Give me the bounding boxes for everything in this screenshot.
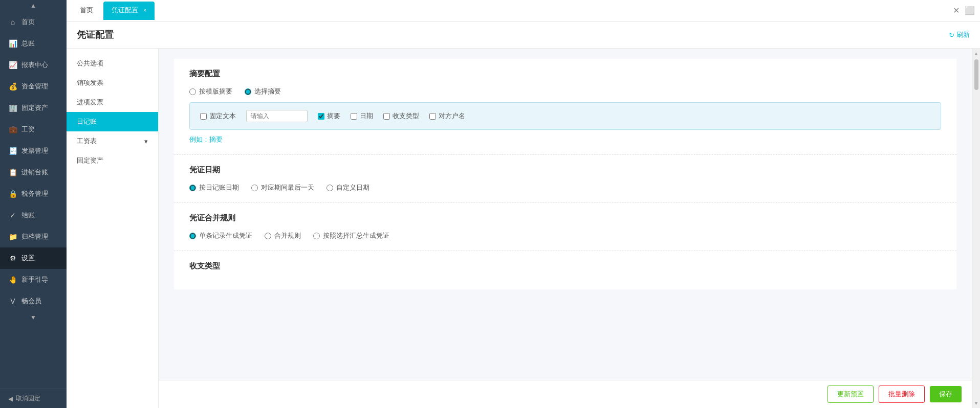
left-nav-sales-invoice[interactable]: 销项发票 xyxy=(67,73,158,93)
radio-merge-rule[interactable]: 合并规则 xyxy=(265,231,301,240)
date-radio-group: 按日记账日期 对应期间最后一天 自定义日期 xyxy=(189,183,941,192)
radio-select-total[interactable]: 按照选择汇总生成凭证 xyxy=(313,231,389,240)
sidebar-item-funds[interactable]: 💰 资金管理 xyxy=(0,76,67,97)
page-title: 凭证配置 xyxy=(77,29,114,41)
radio-single-record[interactable]: 单条记录生成凭证 xyxy=(189,231,252,240)
invoice-icon: 🧾 xyxy=(8,147,17,155)
guide-icon: 🤚 xyxy=(8,276,17,284)
sidebar-unpin-button[interactable]: ◀ 取消固定 xyxy=(0,389,67,408)
left-nav-journal[interactable]: 日记账 xyxy=(67,112,158,131)
income-type-section-title: 收支类型 xyxy=(189,261,941,271)
sidebar-item-settings[interactable]: ⚙ 设置 xyxy=(0,247,67,269)
checkbox-counterpart[interactable]: 对方户名 xyxy=(429,111,465,121)
summary-checkbox-box: 固定文本 摘要 日期 收支类型 xyxy=(189,102,941,130)
sidebar-item-reports[interactable]: 📈 报表中心 xyxy=(0,54,67,76)
radio-custom-date[interactable]: 自定义日期 xyxy=(326,183,369,192)
tab-home[interactable]: 首页 xyxy=(72,2,101,20)
left-nav: 公共选项 销项发票 进项发票 日记账 工资表 ▾ 固定资产 xyxy=(67,49,159,408)
scroll-down-arrow[interactable]: ▼ xyxy=(973,399,980,407)
sidebar: ▲ ⌂ 首页 📊 总账 📈 报表中心 💰 资金管理 🏢 固定资产 💼 工资 🧾 … xyxy=(0,0,67,408)
settings-icon: ⚙ xyxy=(8,254,17,262)
checkbox-summary[interactable]: 摘要 xyxy=(318,111,340,121)
page-header: 凭证配置 ↻ 刷新 xyxy=(67,21,980,49)
bottom-bar: 更新预置 批量删除 保存 xyxy=(159,380,972,408)
right-scrollbar[interactable]: ▲ ▼ xyxy=(972,49,980,408)
content-layout: 公共选项 销项发票 进项发票 日记账 工资表 ▾ 固定资产 xyxy=(67,49,980,408)
left-nav-fixed-assets[interactable]: 固定资产 xyxy=(67,151,158,170)
checkbox-summary-input[interactable] xyxy=(318,113,324,120)
left-nav-payroll-table[interactable]: 工资表 ▾ xyxy=(67,131,158,151)
sidebar-item-guide[interactable]: 🤚 新手引导 xyxy=(0,269,67,290)
archive-icon: 📁 xyxy=(8,233,17,241)
tax-icon: 🔒 xyxy=(8,190,17,198)
sidebar-item-fixed-assets[interactable]: 🏢 固定资产 xyxy=(0,97,67,119)
radio-select-total-input[interactable] xyxy=(313,233,320,239)
tab-bar-actions: ✕ ⬜ xyxy=(953,6,975,15)
sidebar-item-invoice-mgmt[interactable]: 🧾 发票管理 xyxy=(0,140,67,162)
radio-merge-rule-input[interactable] xyxy=(265,233,271,239)
checkbox-date-input[interactable] xyxy=(351,113,357,120)
income-type-section: 收支类型 xyxy=(174,251,956,289)
tab-voucher-config[interactable]: 凭证配置 × xyxy=(103,2,155,20)
checkbox-date[interactable]: 日期 xyxy=(351,111,373,121)
sidebar-item-archive[interactable]: 📁 归档管理 xyxy=(0,226,67,247)
sidebar-item-vip[interactable]: V 畅会员 xyxy=(0,290,67,312)
fixed-assets-icon: 🏢 xyxy=(8,104,17,112)
payroll-icon: 💼 xyxy=(8,125,17,133)
checkbox-counterpart-input[interactable] xyxy=(429,113,436,120)
summary-example: 例如：摘要 xyxy=(189,135,941,144)
main-area: 首页 凭证配置 × ✕ ⬜ 凭证配置 ↻ 刷新 公共选项 销项发票 进项 xyxy=(67,0,980,408)
sidebar-scroll-down[interactable]: ▼ xyxy=(0,312,67,323)
summary-section: 摘要配置 按模版摘要 选择摘要 xyxy=(174,59,956,155)
radio-custom-date-input[interactable] xyxy=(326,185,333,191)
tab-bar: 首页 凭证配置 × ✕ ⬜ xyxy=(67,0,980,21)
left-nav-purchase-invoice[interactable]: 进项发票 xyxy=(67,93,158,112)
sidebar-item-purchase-sales[interactable]: 📋 进销台账 xyxy=(0,162,67,183)
checkbox-income-type[interactable]: 收支类型 xyxy=(383,111,419,121)
sidebar-item-tax[interactable]: 🔒 税务管理 xyxy=(0,183,67,205)
window-close-icon[interactable]: ✕ xyxy=(953,6,960,15)
radio-last-day[interactable]: 对应期间最后一天 xyxy=(251,183,314,192)
refresh-button[interactable]: ↻ 刷新 xyxy=(949,30,970,39)
left-nav-public[interactable]: 公共选项 xyxy=(67,54,158,73)
sidebar-scroll-up[interactable]: ▲ xyxy=(0,0,67,11)
merge-radio-group: 单条记录生成凭证 合并规则 按照选择汇总生成凭证 xyxy=(189,231,941,240)
date-section-title: 凭证日期 xyxy=(189,165,941,175)
refresh-icon: ↻ xyxy=(949,31,954,39)
radio-journal-date[interactable]: 按日记账日期 xyxy=(189,183,239,192)
radio-last-day-input[interactable] xyxy=(251,185,258,191)
save-button[interactable]: 保存 xyxy=(930,386,962,402)
reports-icon: 📈 xyxy=(8,61,17,69)
unpin-icon: ◀ xyxy=(8,395,13,402)
purchase-sales-icon: 📋 xyxy=(8,168,17,176)
window-restore-icon[interactable]: ⬜ xyxy=(965,6,975,15)
batch-delete-button[interactable]: 批量删除 xyxy=(879,386,925,403)
date-section: 凭证日期 按日记账日期 对应期间最后一天 自定义日期 xyxy=(174,155,956,203)
radio-journal-date-input[interactable] xyxy=(189,185,196,191)
radio-template-summary-input[interactable] xyxy=(189,88,196,95)
tab-close-button[interactable]: × xyxy=(143,7,146,13)
closing-icon: ✓ xyxy=(8,211,17,219)
radio-select-summary[interactable]: 选择摘要 xyxy=(245,87,281,96)
checkbox-fixed-text[interactable]: 固定文本 xyxy=(200,111,236,121)
scroll-up-arrow[interactable]: ▲ xyxy=(973,50,980,57)
checkbox-income-type-input[interactable] xyxy=(383,113,390,120)
summary-radio-group: 按模版摘要 选择摘要 xyxy=(189,87,941,96)
sidebar-item-ledger[interactable]: 📊 总账 xyxy=(0,33,67,54)
checkbox-fixed-text-input[interactable] xyxy=(200,113,207,120)
funds-icon: 💰 xyxy=(8,82,17,90)
sidebar-item-closing[interactable]: ✓ 结账 xyxy=(0,205,67,226)
sidebar-item-home[interactable]: ⌂ 首页 xyxy=(0,11,67,33)
fixed-text-input[interactable] xyxy=(246,110,308,122)
scroll-thumb[interactable] xyxy=(974,59,978,90)
radio-select-summary-input[interactable] xyxy=(245,88,251,95)
update-preview-button[interactable]: 更新预置 xyxy=(827,386,874,403)
main-content: 摘要配置 按模版摘要 选择摘要 xyxy=(159,49,972,380)
merge-section: 凭证合并规则 单条记录生成凭证 合并规则 按照选择汇总生成凭证 xyxy=(174,203,956,251)
radio-template-summary[interactable]: 按模版摘要 xyxy=(189,87,232,96)
sidebar-item-payroll[interactable]: 💼 工资 xyxy=(0,119,67,140)
ledger-icon: 📊 xyxy=(8,39,17,48)
merge-section-title: 凭证合并规则 xyxy=(189,213,941,223)
vip-icon: V xyxy=(8,297,17,305)
radio-single-record-input[interactable] xyxy=(189,233,196,239)
